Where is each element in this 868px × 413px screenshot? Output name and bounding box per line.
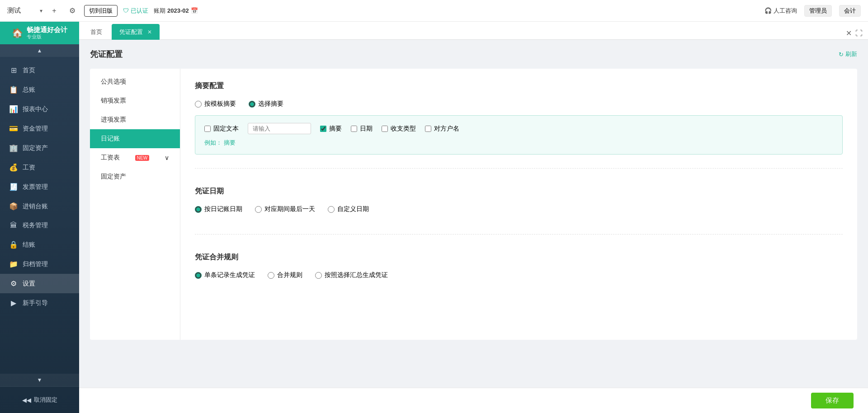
add-button[interactable]: + [48,5,61,17]
topbar-title: 测试 [7,6,34,15]
checkbox-counterparty[interactable]: 对方户名 [425,125,459,133]
radio-template[interactable]: 按模板摘要 [195,100,236,108]
save-button[interactable]: 保存 [811,393,854,408]
tab-close-icon[interactable]: ✕ [147,29,152,35]
radio-custom-date[interactable]: 自定义日期 [328,205,369,213]
certified-badge: 🛡 已认证 [123,7,148,15]
sidebar-scroll-up[interactable]: ▲ [0,44,79,57]
consult-button[interactable]: 🎧 人工咨询 [764,7,797,15]
example-text: 例如： 摘要 [204,139,833,147]
config-layout: 公共选项 销项发票 进项发票 日记账 工资表 NEW [90,69,857,340]
custom-date-radio[interactable] [328,206,335,213]
date-checkbox[interactable] [351,126,357,132]
archive-icon: 📁 [9,260,18,268]
merge-section-title: 凭证合并规则 [195,253,843,262]
config-nav-journal[interactable]: 日记账 [90,129,180,148]
radio-select[interactable]: 选择摘要 [249,100,283,108]
single-radio[interactable] [195,272,202,279]
main-layout: 🏠 畅捷通好会计 专业版 ▲ ⊞ 首页 📋 总账 📊 报表中心 💳 [0,22,868,413]
sidebar-logo: 🏠 畅捷通好会计 专业版 [0,22,79,44]
radio-select-input[interactable] [249,101,255,108]
merge-section: 凭证合并规则 单条记录生成凭证 合并规则 [195,253,843,300]
date-section: 凭证日期 按日记账日期 对应期间最后一天 [195,187,843,235]
checkbox-income-type[interactable]: 收支类型 [382,125,416,133]
asset-icon: 🏢 [9,144,18,152]
refresh-button[interactable]: ↻ 刷新 [839,50,857,58]
config-nav-fixed-assets[interactable]: 固定资产 [90,167,180,186]
tab-voucher-config[interactable]: 凭证配置 ✕ [112,24,160,40]
radio-merge-rules[interactable]: 合并规则 [268,271,302,279]
tab-bar-actions: ✕ ⛶ [846,29,868,39]
payroll-row: 工资表 NEW ∨ [101,154,169,162]
sidebar-item-invoice[interactable]: 🧾 发票管理 [0,177,79,197]
sidebar-item-report[interactable]: 📊 报表中心 [0,99,79,119]
radio-journal-date[interactable]: 按日记账日期 [195,205,242,213]
sidebar-item-close[interactable]: 🔒 结账 [0,235,79,254]
merge-radio-group: 单条记录生成凭证 合并规则 按照选择汇总生成凭证 [195,271,843,279]
pin-icon: ◀◀ [22,397,31,404]
journal-date-radio[interactable] [195,206,202,213]
close-tab-button[interactable]: ✕ [846,29,852,38]
config-nav-sales-invoice[interactable]: 销项发票 [90,91,180,110]
dropdown-icon[interactable]: ▾ [40,8,42,14]
sidebar-bottom: ◀◀ 取消固定 [0,386,79,413]
cancel-pin-button[interactable]: ◀◀ 取消固定 [0,391,79,408]
radio-single[interactable]: 单条记录生成凭证 [195,271,255,279]
sidebar-item-ledger[interactable]: 📋 总账 [0,80,79,99]
checkbox-date[interactable]: 日期 [351,125,373,133]
summary-checkbox[interactable] [320,126,326,132]
sidebar-item-settings[interactable]: ⚙ 设置 [0,274,79,293]
radio-template-input[interactable] [195,101,202,108]
fixed-text-input[interactable] [248,123,311,134]
page-title: 凭证配置 [90,49,123,60]
checkbox-summary[interactable]: 摘要 [320,125,342,133]
sidebar-item-label: 归档管理 [23,260,48,268]
summary-config-row: 固定文本 摘要 日期 [204,123,833,134]
date-section-title: 凭证日期 [195,187,843,196]
income-type-checkbox[interactable] [382,126,388,132]
fixed-text-checkbox[interactable] [204,126,211,132]
topbar: 测试 ▾ + ⚙ 切到旧版 🛡 已认证 账期 2023-02 📅 🎧 人工咨询 … [0,0,868,22]
headset-icon: 🎧 [764,7,772,14]
merge-rules-radio[interactable] [268,272,274,279]
settings-button[interactable]: ⚙ [66,5,79,17]
checkbox-fixed-text[interactable]: 固定文本 [204,125,239,133]
tax-icon: 🏛 [9,221,18,230]
radio-period-last[interactable]: 对应期间最后一天 [255,205,315,213]
fullscreen-button[interactable]: ⛶ [855,29,863,38]
sidebar-item-home[interactable]: ⊞ 首页 [0,61,79,80]
refresh-icon: ↻ [839,51,844,58]
calendar-icon[interactable]: 📅 [191,7,198,14]
certified-icon: 🛡 [123,7,129,14]
admin-button[interactable]: 管理员 [804,5,832,17]
selected-summary-radio[interactable] [315,272,322,279]
period-last-radio[interactable] [255,206,262,213]
config-nav-payroll-table[interactable]: 工资表 NEW ∨ [90,148,180,167]
config-nav-purchase-invoice[interactable]: 进项发票 [90,110,180,129]
logo-text: 畅捷通好会计 [27,26,67,34]
old-version-button[interactable]: 切到旧版 [84,5,118,17]
sidebar-scroll-down[interactable]: ▼ [0,374,79,386]
radio-selected-summary[interactable]: 按照选择汇总生成凭证 [315,271,388,279]
logo-sub: 专业版 [27,34,67,40]
sidebar-item-salary[interactable]: 💰 工资 [0,158,79,177]
sidebar-item-archive[interactable]: 📁 归档管理 [0,254,79,274]
sidebar-item-asset[interactable]: 🏢 固定资产 [0,138,79,158]
sidebar-item-label: 总账 [23,86,35,94]
counterparty-checkbox[interactable] [425,126,431,132]
role-button[interactable]: 会计 [839,5,861,17]
trade-icon: 📦 [9,202,18,211]
tab-home[interactable]: 首页 [83,24,110,40]
sidebar-item-label: 固定资产 [23,144,48,152]
sidebar-item-fund[interactable]: 💳 资金管理 [0,119,79,138]
page-content: 凭证配置 ↻ 刷新 公共选项 销项发票 进项发票 [79,40,868,388]
guide-icon: ▶ [9,299,18,307]
sidebar-item-trade[interactable]: 📦 进销台账 [0,197,79,216]
sidebar-nav: ⊞ 首页 📋 总账 📊 报表中心 💳 资金管理 🏢 固定资产 💰 工资 [0,57,79,374]
sidebar-item-tax[interactable]: 🏛 税务管理 [0,216,79,235]
config-nav-public[interactable]: 公共选项 [90,72,180,91]
period-display: 账期 2023-02 📅 [154,7,198,15]
sidebar-item-label: 首页 [23,66,35,75]
close-period-icon: 🔒 [9,240,18,249]
sidebar-item-guide[interactable]: ▶ 新手引导 [0,293,79,313]
